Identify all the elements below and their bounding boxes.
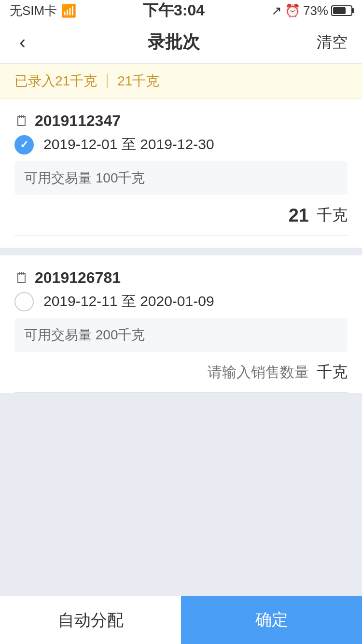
banner-divider xyxy=(107,74,108,88)
back-button[interactable]: ‹ xyxy=(14,27,30,58)
battery-percent: 73% xyxy=(303,3,328,18)
status-right: ↗ ⏰ 73% xyxy=(271,3,352,18)
batch-1-unit: 千克 xyxy=(317,205,348,226)
check-icon: ✓ xyxy=(20,139,28,151)
batch-2-date-row[interactable]: 2019-12-11 至 2020-01-09 xyxy=(0,292,362,311)
location-icon: ↗ xyxy=(271,3,282,18)
confirm-button[interactable]: 确定 xyxy=(181,596,362,644)
batch-2-quantity-input[interactable] xyxy=(14,364,309,380)
recorded-amount: 已录入21千克 xyxy=(14,72,97,90)
batch-1-quantity-row: 千克 xyxy=(0,195,362,236)
batch-1-underline xyxy=(14,236,348,236)
section-separator-1 xyxy=(0,248,362,255)
batch-2-radio[interactable] xyxy=(14,292,34,311)
status-bar: 无SIM卡 📶 下午3:04 ↗ ⏰ 73% xyxy=(0,0,362,21)
total-amount: 21千克 xyxy=(117,72,159,90)
batch-1-radio[interactable]: ✓ xyxy=(14,135,34,154)
batch-2-icon: 🗒 xyxy=(14,270,29,286)
batch-1-quantity-input[interactable] xyxy=(251,205,309,226)
nav-bar: ‹ 录批次 清空 xyxy=(0,21,362,64)
batch-1-date: 2019-12-01 至 2019-12-30 xyxy=(43,135,214,154)
batch-1-availability: 可用交易量 100千克 xyxy=(14,161,348,195)
batch-item-1: 🗒 2019112347 ✓ 2019-12-01 至 2019-12-30 可… xyxy=(0,98,362,248)
status-time: 下午3:04 xyxy=(143,0,205,21)
alarm-icon: ⏰ xyxy=(285,3,300,18)
batch-1-header: 🗒 2019112347 xyxy=(0,98,362,135)
batch-2-quantity-row: 千克 xyxy=(0,352,362,392)
wifi-icon: 📶 xyxy=(61,3,76,18)
batch-1-date-row[interactable]: ✓ 2019-12-01 至 2019-12-30 xyxy=(0,135,362,154)
batch-1-id: 2019112347 xyxy=(35,112,121,130)
bottom-bar: 自动分配 确定 xyxy=(0,596,362,644)
batch-2-unit: 千克 xyxy=(317,362,348,383)
clear-button[interactable]: 清空 xyxy=(317,32,348,53)
auto-distribute-button[interactable]: 自动分配 xyxy=(0,596,181,644)
sim-text: 无SIM卡 xyxy=(10,2,57,19)
gray-area xyxy=(0,393,362,605)
batch-1-icon: 🗒 xyxy=(14,113,29,129)
batch-2-header: 🗒 2019126781 xyxy=(0,255,362,292)
battery-icon xyxy=(331,5,352,16)
batch-item-2: 🗒 2019126781 2019-12-11 至 2020-01-09 可用交… xyxy=(0,255,362,393)
status-left: 无SIM卡 📶 xyxy=(10,2,76,19)
batch-2-id: 2019126781 xyxy=(35,269,121,287)
info-banner: 已录入21千克 21千克 xyxy=(0,64,362,98)
batch-2-date: 2019-12-11 至 2020-01-09 xyxy=(43,292,214,311)
page-title: 录批次 xyxy=(148,30,200,54)
batch-2-availability: 可用交易量 200千克 xyxy=(14,318,348,352)
